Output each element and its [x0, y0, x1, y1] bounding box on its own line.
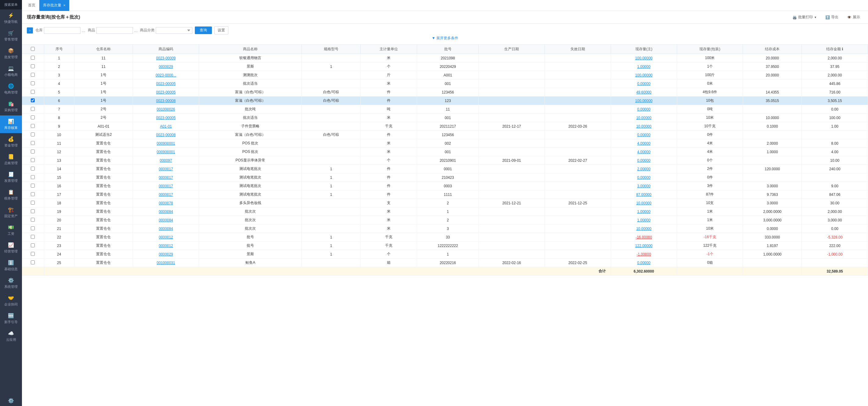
row-checkbox[interactable]	[31, 149, 35, 154]
row-checkbox[interactable]	[31, 226, 35, 230]
row-code-link[interactable]: 000900001	[157, 141, 175, 145]
row-qty-link[interactable]: 4.00000	[637, 150, 650, 154]
row-code-link[interactable]: 001000031	[157, 261, 175, 265]
row-code-link[interactable]: 000900001	[157, 150, 175, 154]
sidebar-item-general[interactable]: 📒 总账管理	[0, 151, 22, 168]
row-qty-link[interactable]: -1.00000	[637, 252, 651, 257]
sidebar-item-invoice[interactable]: 🧾 发票管理	[0, 168, 22, 186]
row-qty-link[interactable]: 10.00000	[636, 227, 652, 231]
row-checkbox[interactable]	[31, 81, 35, 85]
row-code-link[interactable]: 0000017	[159, 175, 173, 180]
row-qty-link[interactable]: 0.00000	[637, 133, 650, 137]
sidebar-item-purchase[interactable]: 🛍️ 采购管理	[0, 98, 22, 115]
row-checkbox[interactable]	[31, 261, 35, 264]
row-checkbox[interactable]	[31, 73, 35, 77]
row-qty-link[interactable]: 10.00000	[636, 124, 652, 129]
sidebar-item-tax[interactable]: 📋 税务管理	[0, 186, 22, 204]
row-checkbox[interactable]	[31, 167, 35, 171]
row-checkbox[interactable]	[31, 243, 35, 247]
row-qty-link[interactable]: 0.00000	[637, 175, 650, 180]
row-qty-link[interactable]: 0.00000	[637, 158, 650, 163]
row-checkbox[interactable]	[31, 184, 35, 188]
row-qty-link[interactable]: 0.00000	[637, 261, 650, 265]
sidebar-item-operation[interactable]: 📈 经营管理	[0, 239, 22, 257]
row-code-link[interactable]: 0023-00005	[156, 81, 176, 86]
row-code-link[interactable]: 0023-00009	[156, 56, 176, 60]
row-checkbox[interactable]	[31, 141, 35, 145]
row-checkbox[interactable]	[31, 98, 35, 102]
row-code-link[interactable]: 0000084	[159, 209, 173, 214]
sidebar-item-sys-mgmt[interactable]: ⚙️ 系统管理	[0, 274, 22, 292]
row-checkbox[interactable]	[31, 175, 35, 179]
row-qty-link[interactable]: 2.00000	[637, 167, 650, 171]
row-qty-link[interactable]: 100.00000	[635, 73, 652, 77]
set-button[interactable]: 设置	[214, 26, 228, 34]
row-qty-link[interactable]: 4.00000	[637, 141, 650, 145]
row-qty-link[interactable]: 10.00000	[636, 116, 652, 120]
select-all-checkbox[interactable]	[31, 47, 35, 51]
sidebar-item-quick-nav[interactable]: ⚡ 快捷导航	[0, 9, 22, 27]
row-code-link[interactable]: 0000017	[159, 184, 173, 188]
sidebar-item-collab[interactable]: 🤝 企业协同	[0, 292, 22, 310]
row-code-link[interactable]: 0023-00005	[156, 116, 176, 120]
row-checkbox[interactable]	[31, 235, 35, 239]
row-checkbox[interactable]	[31, 64, 35, 68]
row-qty-link[interactable]: 122.00000	[635, 244, 652, 248]
row-checkbox[interactable]	[31, 124, 35, 128]
goods-input[interactable]	[96, 27, 133, 34]
row-qty-link[interactable]: 10.00000	[636, 201, 652, 205]
row-checkbox[interactable]	[31, 107, 35, 111]
row-checkbox[interactable]	[31, 218, 35, 222]
row-checkbox[interactable]	[31, 56, 35, 60]
warehouse-input[interactable]	[44, 27, 81, 34]
sidebar-item-ecommerce[interactable]: 🌐 电商管理	[0, 80, 22, 98]
warehouse-dots[interactable]: ...	[82, 28, 85, 33]
settings-button[interactable]: ⚙️	[7, 395, 15, 406]
row-code-link[interactable]: 0023-00008	[156, 99, 176, 103]
sidebar-item-finance[interactable]: 💰 资金管理	[0, 133, 22, 151]
row-code-link[interactable]: 000097	[160, 158, 172, 163]
row-checkbox[interactable]	[31, 201, 35, 205]
sidebar-item-inventory[interactable]: 📊 库存核算	[0, 115, 22, 133]
sidebar-item-retail[interactable]: 🛒 零售管理	[0, 27, 22, 45]
filter-expand-button[interactable]: ›	[27, 27, 33, 34]
row-code-link[interactable]: A01-01	[160, 124, 172, 129]
tab-home[interactable]: 首页	[24, 0, 39, 11]
sidebar-item-wholesale[interactable]: 📦 批发管理	[0, 45, 22, 62]
sidebar-item-fixed-assets[interactable]: 🏗️ 固定资产	[0, 204, 22, 222]
sidebar-search[interactable]: 搜索菜单	[0, 0, 22, 9]
row-code-link[interactable]: 0000012	[159, 244, 173, 248]
batch-print-button[interactable]: 🖨️ 批量打印 ▼	[789, 13, 820, 21]
category-select[interactable]	[156, 27, 192, 34]
row-qty-link[interactable]: 100.00000	[635, 56, 652, 60]
row-qty-link[interactable]: 3.00000	[637, 184, 650, 188]
sidebar-item-new-guide[interactable]: 🆕 新手引导	[0, 310, 22, 328]
row-code-link[interactable]: 0000084	[159, 218, 173, 222]
expand-conditions-button[interactable]: ▼ 展开更多条件	[27, 34, 863, 42]
sidebar-item-cloud-app[interactable]: ☁️ 云应用	[0, 328, 22, 345]
row-code-link[interactable]: 0023-00008	[156, 133, 176, 137]
row-qty-link[interactable]: 1.00000	[637, 65, 650, 69]
row-qty-link[interactable]: 0.00000	[637, 81, 650, 86]
display-button[interactable]: 👁️ 展示	[844, 13, 863, 21]
row-code-link[interactable]: 0000012	[159, 235, 173, 239]
row-qty-link[interactable]: 87.00000	[636, 193, 652, 197]
export-button[interactable]: ⬆️ 导出	[822, 13, 841, 21]
row-code-link[interactable]: 001000026	[157, 107, 175, 111]
row-qty-link[interactable]: 1.00000	[637, 209, 650, 214]
row-code-link[interactable]: 0000017	[159, 167, 173, 171]
row-code-link[interactable]: 0023-00005	[156, 90, 176, 94]
row-code-link[interactable]: 0000078	[159, 201, 173, 205]
row-checkbox[interactable]	[31, 252, 35, 256]
row-checkbox[interactable]	[31, 192, 35, 196]
sidebar-item-basic-info[interactable]: ℹ️ 基础信息	[0, 257, 22, 274]
row-qty-link[interactable]: 49.60000	[636, 90, 652, 94]
row-qty-link[interactable]: 1.00000	[637, 218, 650, 222]
row-checkbox[interactable]	[31, 115, 35, 120]
row-checkbox[interactable]	[31, 90, 35, 94]
row-qty-link[interactable]: 100.00000	[635, 99, 652, 103]
row-qty-link[interactable]: 0.00000	[637, 107, 650, 111]
row-code-link[interactable]: 0000029	[159, 252, 173, 257]
sidebar-item-payroll[interactable]: 💵 工资	[0, 222, 22, 239]
row-code-link[interactable]: 0000084	[159, 227, 173, 231]
